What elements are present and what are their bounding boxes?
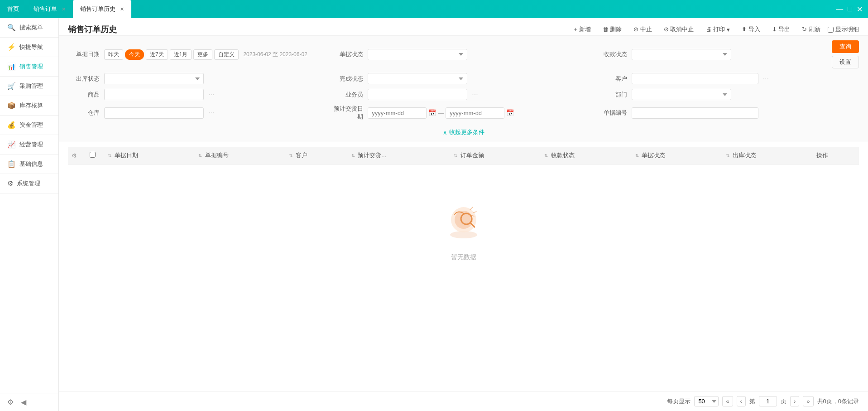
sidebar-item-inventory[interactable]: 📦 库存核算 xyxy=(0,96,58,116)
settings-filter-button[interactable]: 设置 xyxy=(832,56,859,68)
th-pay-status[interactable]: ⇅ 收款状态 xyxy=(541,147,631,164)
collapse-label: 收起更多条件 xyxy=(449,128,484,136)
finance-icon: 💰 xyxy=(7,121,16,129)
cancel-stop-button[interactable]: ⊘ 取消中止 xyxy=(659,24,699,35)
delivery-date-to[interactable] xyxy=(446,107,504,119)
refresh-button[interactable]: ↻ 刷新 xyxy=(797,24,825,35)
toolbar: + 新增 🗑 删除 ⊘ 中止 ⊘ 取消中止 🖨 打印 ▾ ⬆ 导入 xyxy=(569,24,859,35)
tab-sales-order-close[interactable]: ✕ xyxy=(62,6,66,12)
delete-button[interactable]: 🗑 删除 xyxy=(598,24,627,35)
window-close-icon[interactable]: ✕ xyxy=(857,5,863,14)
sidebar-item-system-label: 系统管理 xyxy=(17,179,40,188)
date-more[interactable]: 更多 xyxy=(193,49,212,60)
complete-select[interactable] xyxy=(368,73,467,84)
sidebar-search[interactable]: 🔍 搜索菜单 xyxy=(0,18,58,38)
sidebar-item-base-info-label: 基础信息 xyxy=(19,160,43,168)
pay-status-select[interactable] xyxy=(632,49,731,60)
tab-sales-order-label: 销售订单 xyxy=(34,5,57,13)
sidebar-search-label: 搜索菜单 xyxy=(19,24,43,32)
import-button[interactable]: ⬆ 导入 xyxy=(737,24,765,35)
sidebar-item-system[interactable]: ⚙ 系统管理 xyxy=(0,174,58,193)
sidebar-item-purchase-mgmt[interactable]: 🛒 采购管理 xyxy=(0,77,58,96)
empty-state: 暂无数据 xyxy=(68,164,859,298)
goods-input[interactable] xyxy=(104,89,204,100)
top-bar: 首页 销售订单 ✕ 销售订单历史 ✕ — □ ✕ xyxy=(0,0,868,18)
date-shortcuts: 昨天 今天 近7天 近1月 更多 自定义 xyxy=(104,49,239,60)
calendar-from-icon[interactable]: 📅 xyxy=(428,109,436,116)
th-amount[interactable]: ⇅ 订单金额 xyxy=(450,147,541,164)
export-button[interactable]: ⬇ 导出 xyxy=(767,24,795,35)
next-page-button[interactable]: › xyxy=(790,396,799,406)
sidebar-item-quick-nav[interactable]: ⚡ 快捷导航 xyxy=(0,38,58,57)
delivery-date-from[interactable] xyxy=(368,107,427,119)
maximize-icon[interactable]: □ xyxy=(848,5,852,13)
date-1month[interactable]: 近1月 xyxy=(170,49,192,60)
sidebar-collapse-icon[interactable]: ◀ xyxy=(21,398,26,406)
search-icon: 🔍 xyxy=(7,24,16,32)
th-bill-status[interactable]: ⇅ 单据状态 xyxy=(632,147,722,164)
new-button[interactable]: + 新增 xyxy=(569,24,595,35)
date-filter: 昨天 今天 近7天 近1月 更多 自定义 2023-06-02 至 2023-0… xyxy=(104,49,331,60)
sidebar: 🔍 搜索菜单 ⚡ 快捷导航 📊 销售管理 🛒 采购管理 📦 库存核算 💰 资金管… xyxy=(0,18,59,411)
sidebar-settings-icon[interactable]: ⚙ xyxy=(7,398,14,406)
tab-sales-order-history[interactable]: 销售订单历史 ✕ xyxy=(73,0,131,18)
sort-no-icon: ⇅ xyxy=(198,153,202,158)
pay-status-label: 收款状态 xyxy=(595,50,632,58)
collapse-link[interactable]: ∧ 收起更多条件 xyxy=(68,126,859,137)
date-separator: — xyxy=(438,110,444,116)
sort-out-status-icon: ⇅ xyxy=(726,153,729,158)
per-page-select[interactable]: 50 10 20 100 xyxy=(694,396,719,406)
sidebar-item-finance[interactable]: 💰 资金管理 xyxy=(0,116,58,135)
tab-home[interactable]: 首页 xyxy=(0,0,26,18)
warehouse-label: 仓库 xyxy=(68,109,104,117)
order-no-input[interactable] xyxy=(632,107,758,119)
customer-dots[interactable]: ··· xyxy=(763,75,769,83)
tab-sales-order-history-close[interactable]: ✕ xyxy=(120,6,124,12)
print-dropdown-icon[interactable]: ▾ xyxy=(727,26,730,33)
th-date[interactable]: ⇅ 单据日期 xyxy=(104,147,195,164)
salesman-dots[interactable]: ··· xyxy=(472,91,478,99)
date-custom[interactable]: 自定义 xyxy=(214,49,239,60)
print-button[interactable]: 🖨 打印 ▾ xyxy=(701,24,735,35)
th-delivery[interactable]: ⇅ 预计交货... xyxy=(348,147,451,164)
sort-amount-icon: ⇅ xyxy=(454,153,457,158)
date-7days[interactable]: 近7天 xyxy=(146,49,168,60)
first-page-button[interactable]: « xyxy=(722,396,733,406)
date-today[interactable]: 今天 xyxy=(125,49,144,60)
sidebar-item-sales-mgmt[interactable]: 📊 销售管理 xyxy=(0,57,58,77)
tab-sales-order[interactable]: 销售订单 ✕ xyxy=(26,0,73,18)
dept-label: 部门 xyxy=(595,91,632,99)
goods-dots[interactable]: ··· xyxy=(208,91,214,99)
display-detail-checkbox[interactable] xyxy=(828,27,834,33)
warehouse-dots[interactable]: ··· xyxy=(208,109,214,117)
current-page-input[interactable] xyxy=(759,396,777,406)
empty-text: 暂无数据 xyxy=(451,253,476,261)
minimize-icon[interactable]: — xyxy=(836,5,843,13)
last-page-button[interactable]: » xyxy=(803,396,813,406)
tab-home-label: 首页 xyxy=(7,5,19,13)
warehouse-input[interactable] xyxy=(104,107,204,119)
sidebar-item-operations[interactable]: 📈 经营管理 xyxy=(0,135,58,155)
th-amount-label: 订单金额 xyxy=(460,152,484,159)
prev-page-button[interactable]: ‹ xyxy=(737,396,746,406)
select-all-checkbox[interactable] xyxy=(90,152,96,158)
date-yesterday[interactable]: 昨天 xyxy=(104,49,123,60)
salesman-input[interactable] xyxy=(368,89,467,100)
customer-input[interactable] xyxy=(632,73,758,84)
calendar-to-icon[interactable]: 📅 xyxy=(506,109,514,116)
th-action: 操作 xyxy=(813,147,859,164)
dept-select[interactable] xyxy=(632,89,731,100)
display-detail-check[interactable]: 显示明细 xyxy=(828,25,859,34)
th-customer[interactable]: ⇅ 客户 xyxy=(285,147,347,164)
th-out-status[interactable]: ⇅ 出库状态 xyxy=(722,147,813,164)
stop-button[interactable]: ⊘ 中止 xyxy=(629,24,657,35)
table-settings-icon[interactable]: ⚙ xyxy=(72,152,77,159)
out-stock-select[interactable] xyxy=(104,73,204,84)
sort-pay-status-icon: ⇅ xyxy=(544,153,548,158)
sidebar-item-base-info[interactable]: 📋 基础信息 xyxy=(0,155,58,174)
query-button[interactable]: 查询 xyxy=(832,40,859,53)
filter-area: 单据日期 昨天 今天 近7天 近1月 更多 自定义 2023-06-02 至 2… xyxy=(59,35,868,142)
refresh-label: ↻ 刷新 xyxy=(802,25,820,34)
th-no[interactable]: ⇅ 单据编号 xyxy=(195,147,285,164)
bill-status-select[interactable] xyxy=(368,49,467,60)
